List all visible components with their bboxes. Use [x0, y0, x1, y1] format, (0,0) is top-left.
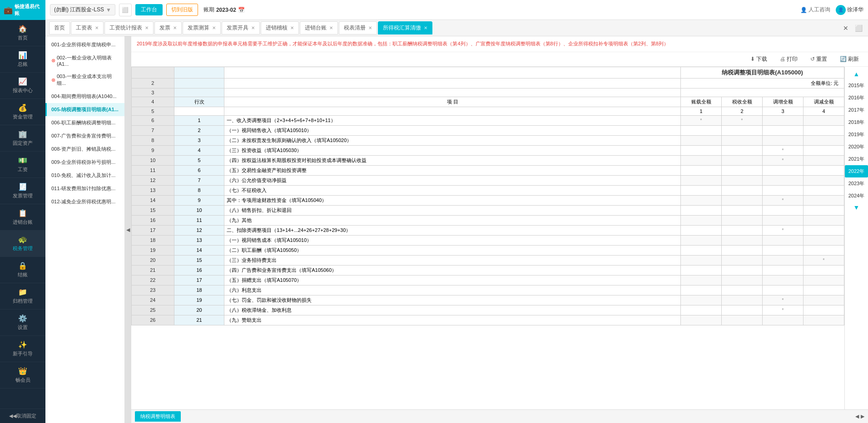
- left-panel-item-001[interactable]: 001-企业所得税年度纳税申...: [45, 38, 124, 51]
- cell-col2[interactable]: [722, 125, 763, 135]
- left-panel-item-004[interactable]: 004-期间费用明细表(A1040...: [45, 90, 124, 103]
- cell-col4[interactable]: [804, 175, 844, 185]
- user-menu[interactable]: 👤 徐泽华: [836, 5, 863, 15]
- cell-col1[interactable]: [681, 295, 722, 305]
- cell-col4[interactable]: [804, 155, 844, 165]
- cell-col2[interactable]: [722, 295, 763, 305]
- cell-col3[interactable]: *: [763, 225, 804, 235]
- cell-col3[interactable]: [763, 205, 804, 215]
- cell-col2[interactable]: [722, 165, 763, 175]
- cell-col1[interactable]: [681, 305, 722, 315]
- cell-col1[interactable]: [681, 315, 722, 325]
- cell-col1[interactable]: [681, 135, 722, 145]
- tab-income-tax-close[interactable]: ✕: [424, 25, 427, 30]
- cell-col3[interactable]: [763, 135, 804, 145]
- tab-invoice-calc-close[interactable]: ✕: [212, 25, 216, 30]
- sidebar-item-assets[interactable]: 💰 资金管理: [0, 99, 45, 125]
- year-2024[interactable]: 2024年: [845, 190, 868, 202]
- left-panel-item-005[interactable]: 005-纳税调整项目明细表(A1...: [45, 103, 124, 116]
- year-2018[interactable]: 2018年: [845, 116, 868, 128]
- sidebar-item-guide[interactable]: ✨ 新手引导: [0, 336, 45, 362]
- cell-col2[interactable]: [722, 305, 763, 315]
- cell-col2[interactable]: [722, 185, 763, 195]
- sheet-area[interactable]: 纳税调整项目明细表(A105000) 2 全额单位: 元 3: [131, 67, 844, 409]
- refresh-button[interactable]: 🔄 刷新: [836, 54, 863, 64]
- cell-col4[interactable]: [804, 125, 844, 135]
- cell-col4[interactable]: [804, 135, 844, 145]
- cell-col3[interactable]: *: [763, 145, 804, 155]
- cell-col3[interactable]: [763, 275, 804, 285]
- sidebar-item-tax-mgmt[interactable]: 🐢 税务管理: [0, 231, 45, 257]
- company-selector[interactable]: (勿删) 江西股金-LSS ▼: [50, 4, 115, 15]
- cell-col1[interactable]: [681, 195, 722, 205]
- year-2021[interactable]: 2021年: [845, 153, 868, 165]
- calendar-icon[interactable]: 📅: [238, 7, 245, 13]
- bottom-tab-shuishui[interactable]: 纳税调整明细表: [135, 411, 181, 422]
- left-panel-item-008[interactable]: 008-资产折旧、摊销及纳税...: [45, 143, 124, 156]
- tab-tax-clear-close[interactable]: ✕: [368, 25, 372, 30]
- cell-col3[interactable]: [763, 255, 804, 265]
- cell-col2[interactable]: [722, 155, 763, 165]
- cell-col1[interactable]: *: [681, 115, 722, 125]
- sidebar-item-archive[interactable]: 📁 归档管理: [0, 283, 45, 310]
- cell-col1[interactable]: [681, 285, 722, 295]
- cell-col2[interactable]: [722, 215, 763, 225]
- cell-col2[interactable]: [722, 275, 763, 285]
- sidebar-item-reports[interactable]: 📈 报表中心: [0, 73, 45, 99]
- cell-col2[interactable]: *: [722, 115, 763, 125]
- cell-col3[interactable]: [763, 125, 804, 135]
- cell-col3[interactable]: [763, 245, 804, 255]
- cell-col4[interactable]: [804, 225, 844, 235]
- cell-col3[interactable]: *: [763, 295, 804, 305]
- cell-col1[interactable]: [681, 235, 722, 245]
- sidebar-item-invoice-mgmt[interactable]: 🧾 发票管理: [0, 178, 45, 204]
- year-scroll-up[interactable]: ▲: [852, 69, 862, 79]
- cell-col1[interactable]: [681, 225, 722, 235]
- window-close-btn[interactable]: ✕: [841, 24, 850, 33]
- tab-salary-stats-close[interactable]: ✕: [145, 25, 149, 30]
- print-button[interactable]: 🖨 打印: [776, 54, 801, 64]
- tab-invoice-open[interactable]: 发票开具 ✕: [222, 21, 260, 34]
- cell-col1[interactable]: [681, 155, 722, 165]
- left-panel-item-010[interactable]: 010-免税、减计收入及加计...: [45, 169, 124, 182]
- cell-col1[interactable]: [681, 255, 722, 265]
- sidebar-item-member[interactable]: 👑 畅会员: [0, 362, 45, 389]
- tab-invoice-close[interactable]: ✕: [173, 25, 177, 30]
- old-version-button[interactable]: 切到旧版: [166, 4, 198, 16]
- cell-col2[interactable]: [722, 225, 763, 235]
- reset-button[interactable]: ↺ 重置: [807, 54, 831, 64]
- cell-col3[interactable]: [763, 315, 804, 325]
- year-2019[interactable]: 2019年: [845, 128, 868, 141]
- cell-col2[interactable]: [722, 195, 763, 205]
- left-panel-item-011[interactable]: 011-研发费用加计扣除优惠...: [45, 182, 124, 195]
- cell-col1[interactable]: [681, 165, 722, 175]
- cell-col4[interactable]: [804, 315, 844, 325]
- cell-col4[interactable]: [804, 195, 844, 205]
- cell-col1[interactable]: [681, 205, 722, 215]
- cell-col4[interactable]: *: [804, 255, 844, 265]
- tab-invoice-open-close[interactable]: ✕: [251, 25, 255, 30]
- tab-income-tax[interactable]: 所得税汇算清缴 ✕: [378, 21, 432, 34]
- sidebar-item-closing[interactable]: 🔒 结账: [0, 257, 45, 283]
- cell-col4[interactable]: [804, 275, 844, 285]
- cell-col4[interactable]: [804, 165, 844, 175]
- sidebar-item-salary[interactable]: 💵 工资: [0, 152, 45, 178]
- year-2017[interactable]: 2017年: [845, 104, 868, 116]
- cell-col3[interactable]: [763, 215, 804, 225]
- cell-col1[interactable]: [681, 185, 722, 195]
- cell-col4[interactable]: [804, 205, 844, 215]
- cell-col1[interactable]: [681, 245, 722, 255]
- cell-col3[interactable]: [763, 115, 804, 125]
- pager-next[interactable]: ▶: [861, 413, 864, 419]
- service-button[interactable]: 👤 人工咨询: [800, 6, 830, 14]
- tab-salary-table[interactable]: 工资表 ✕: [71, 21, 104, 34]
- cell-col2[interactable]: [722, 175, 763, 185]
- cell-col4[interactable]: [804, 265, 844, 275]
- tab-invoice[interactable]: 发票 ✕: [154, 21, 182, 34]
- left-panel-item-002[interactable]: ⊗ 002-一般企业收入明细表(A1...: [45, 51, 124, 70]
- cell-col3[interactable]: [763, 175, 804, 185]
- tab-salary-stats[interactable]: 工资统计报表 ✕: [104, 21, 154, 34]
- cell-col1[interactable]: [681, 275, 722, 285]
- tab-invoice-calc[interactable]: 发票测算 ✕: [183, 21, 221, 34]
- cell-col2[interactable]: [722, 235, 763, 245]
